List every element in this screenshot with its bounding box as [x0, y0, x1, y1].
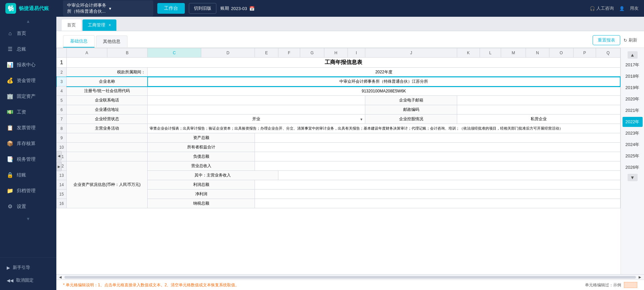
support-button[interactable]: 🎧 人工咨询 [590, 5, 614, 11]
company-selector[interactable]: 中审众环会计师事务所（特殊普通合伙... ▾ [63, 0, 153, 16]
sidebar-item-report[interactable]: 📊 报表中心 [0, 57, 56, 73]
label-asset-status: 企业资产状况信息(币种：人民币万元) [67, 161, 148, 208]
value-reg-code[interactable]: 91320100MA208E5W6K [148, 86, 620, 96]
refresh-icon: ↻ [624, 38, 627, 43]
period-display: 账期 2023-03 📅 [220, 5, 255, 11]
year-panel: ▲ 2017年 2018年 2019年 2020年 2021年 2022年 20… [621, 48, 644, 274]
status-bar: * 单元格编辑说明：1、点击单元格直接录入数值或文本。2、清空单元格数值或文本恢… [56, 280, 644, 290]
year-nav-up[interactable]: ▲ [628, 51, 638, 59]
value-email[interactable] [457, 96, 620, 105]
row-num-14: 14 [57, 180, 67, 190]
value-liability[interactable] [255, 152, 620, 161]
spreadsheet-wrapper[interactable]: A B C D E F G H I J K L [56, 48, 621, 274]
ledger-icon: ☰ [7, 46, 13, 52]
value-postal[interactable] [457, 105, 620, 115]
scroll-left-arrow[interactable]: ◀ [58, 275, 63, 279]
sidebar-item-salary[interactable]: 💵 工资 [0, 104, 56, 120]
sidebar-bottom: ▶ 新手引导 ◀◀ 取消固定 [0, 258, 56, 290]
cell-sample-color [624, 282, 637, 288]
calendar-icon[interactable]: 📅 [249, 6, 255, 11]
sidebar-item-home[interactable]: ⌂ 首页 [0, 26, 56, 41]
row-num-6: 6 [57, 105, 67, 115]
year-2021[interactable]: 2021年 [623, 105, 643, 116]
value-main-revenue[interactable] [278, 171, 620, 180]
tab-home[interactable]: 首页 [62, 19, 81, 31]
unpin-label: 取消固定 [16, 277, 34, 283]
value-revenue[interactable] [255, 161, 620, 171]
label-equity: 所有者权益合计 [148, 143, 255, 152]
label-postal: 邮政编码 [365, 105, 457, 115]
reset-button[interactable]: 重置报表 [593, 35, 620, 45]
value-company-name[interactable]: 中审众环会计师事务所（特殊普通合伙）江苏分所 [148, 77, 620, 86]
sidebar-item-inventory[interactable]: 📦 库存核算 [0, 136, 56, 151]
table-row: 10 所有者权益合计 [57, 143, 621, 152]
table-row: 6 企业通信地址 邮政编码 [57, 105, 621, 115]
col-header-K: K [457, 48, 480, 58]
label-main-revenue: 其中：主营业务收入 [148, 171, 278, 180]
year-2018[interactable]: 2018年 [623, 71, 643, 81]
year-2024[interactable]: 2024年 [623, 140, 643, 150]
label-net-profit: 净利润 [148, 190, 255, 199]
salary-icon: 💵 [7, 109, 13, 115]
scroll-collapse-left[interactable]: ◀ [56, 151, 62, 160]
chevron-down-icon: ▾ [109, 6, 149, 11]
settings-icon: ⚙ [7, 203, 13, 210]
unpin-button[interactable]: ◀◀ 取消固定 [0, 274, 56, 287]
sidebar-item-assets[interactable]: 🏢 固定资产 [0, 88, 56, 104]
scroll-right-arrow[interactable]: ▶ [637, 275, 643, 279]
label-period: 税款所属期间： [67, 68, 148, 77]
inventory-icon: 📦 [7, 140, 13, 147]
year-2020[interactable]: 2020年 [623, 94, 643, 104]
year-2023[interactable]: 2023年 [623, 128, 643, 138]
inner-tab-bar: 基础信息 其他信息 [56, 31, 644, 48]
home-icon: ⌂ [7, 30, 13, 37]
value-total-profit[interactable] [255, 180, 620, 190]
guide-icon: ▶ [7, 265, 10, 270]
value-biz-status[interactable]: 开业 [148, 115, 365, 124]
sidebar-item-invoice[interactable]: 📋 发票管理 [0, 120, 56, 136]
h-scrollbar[interactable]: ◀ ▶ [56, 274, 644, 280]
value-total-tax[interactable] [255, 199, 620, 208]
sidebar-item-settings[interactable]: ⚙ 设置 [0, 199, 56, 214]
year-nav-down[interactable]: ▼ [628, 174, 638, 181]
year-2017[interactable]: 2017年 [623, 60, 643, 70]
scroll-track[interactable] [64, 276, 636, 279]
refresh-button[interactable]: ↻ 刷新 [624, 37, 637, 43]
sidebar-label-close: 结账 [17, 172, 26, 178]
scroll-collapse-right[interactable]: ▶ [56, 162, 62, 171]
year-2019[interactable]: 2019年 [623, 83, 643, 93]
tab-basic-info[interactable]: 基础信息 [63, 35, 95, 48]
value-equity[interactable] [255, 143, 620, 152]
value-main-biz[interactable]: 审查企业会计报表；出具审计报告；验证企业资本；出具验资报告；办理企业合开、分立、… [148, 124, 620, 133]
switch-old-button[interactable]: 切到旧版 [189, 3, 216, 14]
sidebar-scroll-down[interactable]: ▼ [0, 214, 56, 223]
status-note: * 单元格编辑说明：1、点击单元格直接录入数值或文本。2、清空单元格数值或文本恢… [63, 282, 239, 288]
tab-other-info[interactable]: 其他信息 [96, 35, 127, 47]
sidebar-item-close[interactable]: 🔒 结账 [0, 167, 56, 183]
value-assets[interactable] [255, 133, 620, 143]
year-2022[interactable]: 2022年 [623, 117, 643, 127]
row-num-4: 4 [57, 86, 67, 96]
value-holding[interactable]: 私营企业 [457, 115, 620, 124]
year-2025[interactable]: 2025年 [623, 151, 643, 161]
sidebar-item-finance[interactable]: 💰 资金管理 [0, 73, 56, 88]
tab-gongshang[interactable]: 工商管理 × [83, 19, 116, 31]
sidebar-label-report: 报表中心 [17, 62, 36, 68]
new-user-guide[interactable]: ▶ 新手引导 [0, 261, 56, 274]
sidebar-item-tax[interactable]: 📑 税务管理 [0, 151, 56, 167]
value-address[interactable] [148, 105, 365, 115]
year-2026[interactable]: 2026年 [623, 162, 643, 172]
value-phone[interactable] [148, 96, 365, 105]
title-cell[interactable]: 工商年报信息表 [67, 58, 621, 68]
status-right: 单元格编辑过：示例 [585, 282, 637, 288]
value-period[interactable]: 2022年度 [148, 68, 620, 77]
sidebar-item-archive[interactable]: 📁 归档管理 [0, 183, 56, 199]
col-header-P: P [573, 48, 596, 58]
sidebar-scroll-up[interactable]: ▲ [0, 17, 56, 26]
col-header-L: L [480, 48, 501, 58]
new-user-label: 新手引导 [13, 265, 30, 271]
workbench-button[interactable]: 工作台 [157, 3, 185, 14]
value-net-profit[interactable] [255, 190, 620, 199]
sidebar-item-ledger[interactable]: ☰ 总账 [0, 41, 56, 57]
tab-close-icon[interactable]: × [109, 23, 111, 27]
